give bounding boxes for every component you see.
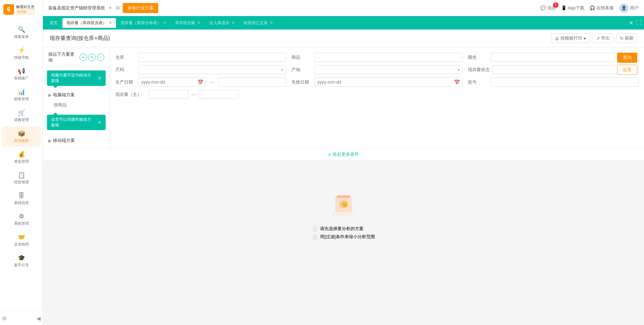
empty-state: 😐 1 请先选择要分析的方案 2 用[过滤]条件来缩小分析范围 xyxy=(43,160,644,267)
filter-batch-label: 批号 xyxy=(468,79,488,85)
print-button[interactable]: 🖨 按模板打印 ▾ xyxy=(551,34,590,43)
sidebar-item-system[interactable]: ⚙ 系统管理 xyxy=(2,209,41,229)
sidebar-item-basic[interactable]: 🗄 基础信息 xyxy=(2,189,41,209)
filter-produce-date-wrap: 📅 xyxy=(138,77,206,87)
header-gear-icon[interactable]: ⚙ xyxy=(115,5,120,11)
refresh-icon: ↻ xyxy=(620,36,624,41)
collapse-sidebar-icon[interactable]: ◀ xyxy=(37,315,41,322)
notification-item[interactable]: 💬 消息 6 xyxy=(540,5,556,11)
tooltip-bubble-2: 这里可以创建和修改方案哦 ✕ xyxy=(47,115,106,130)
filter-batch-input[interactable] xyxy=(491,77,639,87)
plan-group-desktop[interactable]: ▶ 电脑端方案 xyxy=(43,90,110,100)
step-2-circle: 2 xyxy=(312,234,318,240)
collapse-label: 收起更多条件 xyxy=(333,151,359,157)
tab-summary-close[interactable]: ✕ xyxy=(270,20,273,25)
collapse-bar[interactable]: ∧ 收起更多条件 xyxy=(43,148,644,160)
filter-color-select[interactable] xyxy=(491,53,639,62)
filter-row-1: 仓库 ··· 商品 ··· 颜色 xyxy=(115,53,639,62)
app-download-item[interactable]: 📱 App下载 xyxy=(561,5,584,11)
sidebar-item-inventory[interactable]: 📦 库存核算 xyxy=(2,126,41,147)
svg-text:😐: 😐 xyxy=(341,201,348,208)
filter-goods: 商品 ··· xyxy=(291,53,462,62)
filter-produce-date-input[interactable] xyxy=(138,77,206,87)
filter-expire-date-input[interactable] xyxy=(314,77,462,87)
empty-svg: 😐 xyxy=(327,187,360,220)
add-plan-btn[interactable]: + xyxy=(79,54,87,61)
sidebar-item-sales[interactable]: 📊 销售管理 xyxy=(2,85,41,105)
filter-stock-status-select[interactable] xyxy=(492,65,639,74)
sidebar-item-marketing-label: 营销推广 xyxy=(14,76,29,81)
tooltip1-area: 电脑方案可设为移动方案哦 ✕ xyxy=(43,68,110,87)
sidebar-item-sales-label: 销售管理 xyxy=(14,97,29,102)
sidebar-item-finance[interactable]: 💰 资金管理 xyxy=(2,147,41,167)
tab-inventory-status[interactable]: 现存量（库存状况表） ✕ xyxy=(62,18,116,28)
collapse-up-icon: ∧ xyxy=(328,152,331,157)
settings-bottom-icon[interactable]: ⚙ xyxy=(2,315,7,322)
sidebar-item-enterprise[interactable]: 🤝 企业协同 xyxy=(2,230,41,250)
filter-stock-qty-to[interactable] xyxy=(198,90,238,99)
refresh-button[interactable]: ↻ 刷新 xyxy=(616,34,637,43)
tab-inventory-status-close[interactable]: ✕ xyxy=(109,20,112,25)
tab-inventory-status-label: 现存量（库存状况表） xyxy=(66,20,107,26)
top-header: 装备及固定资产辅助管理系统 ▾ ⚙ 体验行业方案 💬 消息 6 📱 App下载 … xyxy=(43,0,644,16)
tooltip-bubble-1: 电脑方案可设为移动方案哦 ✕ xyxy=(47,70,106,86)
sidebar-item-search[interactable]: 🔍 搜索菜单 xyxy=(2,22,41,43)
sidebar-item-quicknav[interactable]: ⚡ 快捷导航 xyxy=(2,43,41,63)
filter-stock-qty-from[interactable] xyxy=(148,90,189,99)
sidebar-item-purchase[interactable]: 🛒 采购管理 xyxy=(2,106,41,126)
filter-warehouse-input[interactable]: ··· xyxy=(138,53,286,62)
main-area: 装备及固定资产辅助管理系统 ▾ ⚙ 体验行业方案 💬 消息 6 📱 App下载 … xyxy=(43,0,644,325)
set-button[interactable]: 设置 xyxy=(617,65,637,75)
tab-summary[interactable]: 收发存汇总表 ✕ xyxy=(239,18,277,28)
solution-button[interactable]: 体验行业方案 xyxy=(123,3,158,13)
app-name: 畅通好生意 xyxy=(16,4,35,9)
sidebar-item-purchase-label: 采购管理 xyxy=(14,117,29,122)
user-avatar: 👤 xyxy=(619,3,629,13)
plan-sidebar: 按以下方案查询 + ✎ ← 电脑方案可设为移动方案哦 ✕ xyxy=(43,47,110,148)
tab-inventory-dist[interactable]: 现存量（库存分布表） ✕ xyxy=(117,18,170,28)
back-plan-btn[interactable]: ← xyxy=(97,54,104,61)
filter-origin-select[interactable] xyxy=(314,65,462,74)
filter-size-select[interactable] xyxy=(138,65,286,74)
sidebar-item-guide[interactable]: 🎓 新手引导 xyxy=(2,251,41,271)
filter-row-4: 现存量（主） — xyxy=(115,90,639,99)
basic-icon: 🗄 xyxy=(18,192,24,199)
tooltip2-close[interactable]: ✕ xyxy=(98,120,102,125)
tab-batch-ledger[interactable]: 库存批次账 ✕ xyxy=(171,18,205,28)
tab-inout-flow[interactable]: 出入库流水 ✕ xyxy=(205,18,239,28)
tab-inventory-dist-close[interactable]: ✕ xyxy=(163,20,166,25)
plan-group-mobile[interactable]: ▶ 移动端方案 xyxy=(43,136,110,146)
inventory-icon: 📦 xyxy=(18,130,25,137)
tab-expand-icon[interactable]: ⛶ xyxy=(636,20,641,26)
sidebar-item-operations-label: 经营管理 xyxy=(14,180,29,185)
sidebar-item-operations[interactable]: 📋 经营管理 xyxy=(2,168,41,188)
filter-produce-date-input2[interactable] xyxy=(218,77,286,87)
user-item[interactable]: 👤 用户 xyxy=(619,3,639,13)
export-icon: ↗ xyxy=(596,36,600,41)
tooltip1-close[interactable]: ✕ xyxy=(98,75,102,81)
filter-color-label: 颜色 xyxy=(468,54,488,60)
plan-item-bygoods[interactable]: 按商品 xyxy=(43,100,110,110)
edit-plan-btn[interactable]: ✎ xyxy=(88,54,96,61)
sidebar-item-marketing[interactable]: 📢 营销推广 xyxy=(2,64,41,84)
page-title: 现存量查询(按仓库+商品) xyxy=(50,35,110,42)
page-actions: 🖨 按模板打印 ▾ ↗ 导出 ↻ 刷新 xyxy=(551,34,637,43)
notification-badge: 6 xyxy=(553,2,558,8)
page-header: 现存量查询(按仓库+商品) 🖨 按模板打印 ▾ ↗ 导出 ↻ 刷新 xyxy=(43,30,644,47)
empty-step-2-label: 用[过滤]条件来缩小分析范围 xyxy=(320,234,375,240)
online-support-item[interactable]: 🎧 在线客服 xyxy=(590,5,614,11)
stock-qty-dash: — xyxy=(191,92,196,97)
tab-batch-ledger-close[interactable]: ✕ xyxy=(197,20,201,25)
empty-step-1: 1 请先选择要分析的方案 xyxy=(312,226,375,232)
filter-goods-dots: ··· xyxy=(317,55,321,60)
tab-close-all-icon[interactable]: ✕ xyxy=(629,20,633,26)
filter-goods-input[interactable]: ··· xyxy=(314,53,462,62)
tab-batch-ledger-label: 库存批次账 xyxy=(175,20,195,26)
purchase-icon: 🛒 xyxy=(18,109,25,116)
query-button[interactable]: 查询 xyxy=(617,53,637,63)
export-button[interactable]: ↗ 导出 xyxy=(592,34,613,43)
tab-inout-flow-close[interactable]: ✕ xyxy=(231,20,235,25)
print-arrow: ▾ xyxy=(584,36,586,41)
tab-home[interactable]: 首页 xyxy=(46,18,62,28)
filter-color: 颜色 xyxy=(468,53,639,62)
